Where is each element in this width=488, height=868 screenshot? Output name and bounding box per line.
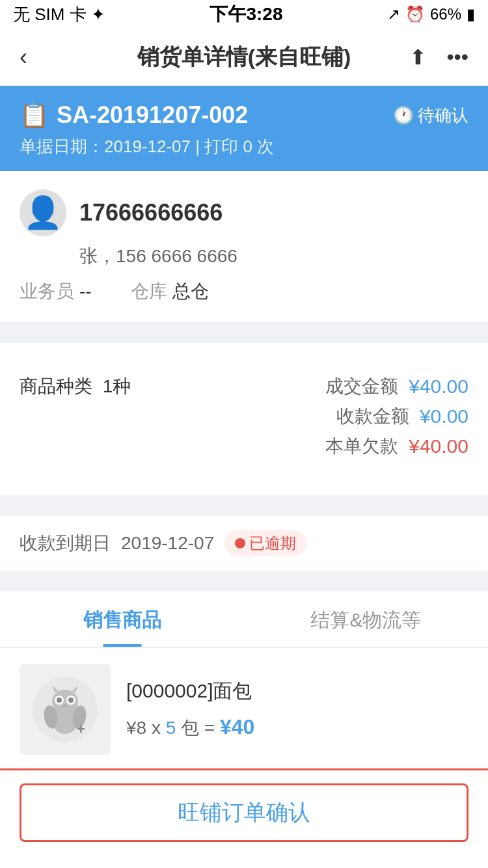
no-sim-text: 无 SIM 卡 ✦	[13, 3, 105, 26]
customer-name: 张，156 6666 6666	[20, 244, 468, 269]
debt-amount-item: 本单欠款 ¥40.00	[325, 434, 468, 459]
more-icon[interactable]: •••	[446, 45, 468, 69]
location-icon: ↗	[387, 5, 400, 23]
clock-icon: 🕐	[393, 105, 414, 126]
warehouse-label: 仓库	[131, 279, 167, 304]
overdue-text: 已逾期	[249, 533, 296, 554]
debt-label: 本单欠款	[325, 434, 398, 459]
multiply-sign: x	[152, 718, 166, 738]
order-header-top: 📋 SA-20191207-002 🕐 待确认	[20, 102, 468, 129]
overdue-dot-icon	[235, 538, 245, 549]
nav-bar: ‹ 销货单详情(来自旺铺) ⬆ •••	[0, 29, 488, 86]
warehouse-value: 总仓	[172, 279, 209, 304]
customer-meta: 业务员 -- 仓库 总仓	[20, 277, 468, 304]
alarm-icon: ⏰	[405, 5, 425, 23]
order-header: 📋 SA-20191207-002 🕐 待确认 单据日期：2019-12-07 …	[0, 86, 488, 171]
order-meta: 单据日期：2019-12-07 | 打印 0 次	[20, 135, 468, 158]
payment-value: ¥0.00	[420, 405, 468, 427]
back-button[interactable]: ‹	[20, 44, 59, 71]
product-qty: 5	[166, 718, 176, 738]
amounts-list: 成交金额 ¥40.00 收款金额 ¥0.00 本单欠款 ¥40.00	[325, 374, 468, 464]
due-date-label: 收款到期日	[20, 531, 111, 556]
avatar: 👤	[20, 189, 66, 236]
category-info: 商品种类 1种	[20, 374, 131, 399]
amounts-card: 商品种类 1种 成交金额 ¥40.00 收款金额 ¥0.00 本单欠款 ¥40.…	[0, 343, 488, 495]
tab-sales-products[interactable]: 销售商品	[0, 591, 244, 647]
due-date-value: 2019-12-07	[121, 533, 214, 554]
customer-phone: 17666666666	[79, 199, 223, 226]
product-thumbnail: +	[20, 664, 111, 755]
bottom-bar: 旺铺订单确认	[0, 768, 488, 868]
payment-label: 收款金额	[336, 404, 409, 429]
product-price: ¥8	[126, 718, 146, 738]
product-price-row: ¥8 x 5 包 = ¥40	[126, 715, 468, 740]
amounts-row: 商品种类 1种 成交金额 ¥40.00 收款金额 ¥0.00 本单欠款 ¥40.…	[20, 361, 468, 477]
divider-1	[0, 332, 488, 343]
salesperson-value: --	[79, 281, 92, 302]
confirm-order-button[interactable]: 旺铺订单确认	[20, 783, 468, 842]
product-total: ¥40	[220, 715, 254, 739]
deal-label: 成交金额	[325, 374, 398, 399]
customer-row: 👤 17666666666	[20, 189, 468, 236]
product-thumb-image: +	[33, 677, 98, 742]
deal-amount-item: 成交金额 ¥40.00	[325, 374, 468, 399]
deal-value: ¥40.00	[409, 375, 468, 398]
svg-text:+: +	[77, 721, 85, 737]
battery-icon: ▮	[467, 5, 475, 23]
person-icon: 👤	[23, 195, 62, 231]
divider-3	[0, 581, 488, 591]
overdue-badge: 已逾期	[224, 530, 306, 556]
status-bar: 无 SIM 卡 ✦ 下午3:28 ↗ ⏰ 66% ▮	[0, 0, 488, 29]
status-left: 无 SIM 卡 ✦	[13, 3, 105, 26]
order-icon: 📋	[20, 102, 49, 129]
status-right: ↗ ⏰ 66% ▮	[387, 5, 475, 23]
order-status: 🕐 待确认	[393, 104, 468, 127]
svg-point-5	[57, 698, 62, 703]
product-unit: 包	[181, 718, 199, 738]
order-id: 📋 SA-20191207-002	[20, 102, 248, 129]
nav-actions: ⬆ •••	[409, 45, 468, 70]
product-info: [0000002]面包 ¥8 x 5 包 = ¥40	[126, 678, 468, 740]
salesperson-item: 业务员 --	[20, 279, 92, 304]
payment-amount-item: 收款金额 ¥0.00	[325, 404, 468, 429]
product-name: [0000002]面包	[126, 678, 468, 705]
category-value: 1种	[103, 376, 131, 396]
due-date-row: 收款到期日 2019-12-07 已逾期	[0, 516, 488, 571]
category-label: 商品种类	[20, 376, 92, 396]
equals-sign: =	[204, 718, 220, 738]
divider-2	[0, 506, 488, 516]
share-icon[interactable]: ⬆	[409, 45, 427, 70]
battery-text: 66%	[430, 5, 461, 23]
product-card: + [0000002]面包 ¥8 x 5 包 = ¥40	[0, 648, 488, 770]
salesperson-label: 业务员	[20, 279, 74, 304]
status-time: 下午3:28	[210, 2, 282, 27]
svg-point-6	[68, 698, 74, 703]
tab-settlement[interactable]: 结算&物流等	[244, 591, 488, 647]
customer-card: 👤 17666666666 张，156 6666 6666 业务员 -- 仓库 …	[0, 171, 488, 322]
tabs-container: 销售商品 结算&物流等	[0, 591, 488, 647]
page-title: 销货单详情(来自旺铺)	[137, 42, 351, 72]
debt-value: ¥40.00	[409, 435, 468, 457]
warehouse-item: 仓库 总仓	[131, 279, 209, 304]
